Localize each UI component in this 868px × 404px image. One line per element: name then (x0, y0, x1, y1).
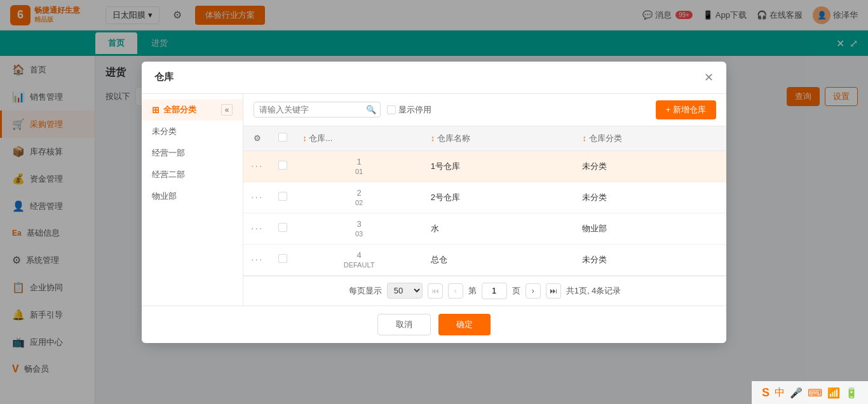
warehouse-dialog: 仓库 ✕ ⊞ 全部分类 « 未分类 经营一部 经营二部 (142, 62, 726, 343)
chinese-icon[interactable]: 中 (775, 386, 785, 400)
modal-overlay: 仓库 ✕ ⊞ 全部分类 « 未分类 经营一部 经营二部 (0, 0, 868, 404)
category-item-2[interactable]: 经营二部 (142, 164, 243, 185)
data-table: ⚙ ↕ 仓库... ↕ (243, 126, 726, 276)
more-icon-2: ··· (251, 223, 263, 234)
show-disabled-checkbox[interactable] (387, 105, 396, 114)
network-icon[interactable]: 📶 (827, 387, 840, 399)
table-body: ··· 101 1号仓库 未分类 ··· 202 2号仓库 未分类 ··· (243, 151, 726, 275)
category-panel: ⊞ 全部分类 « 未分类 经营一部 经营二部 物业部 (142, 94, 243, 306)
row-name-1: 2号仓库 (423, 182, 575, 213)
dialog-footer: 取消 确定 (142, 306, 726, 343)
table-panel: 🔍 显示停用 + 新增仓库 ⚙ (243, 94, 726, 306)
per-page-select[interactable]: 50 100 (387, 283, 423, 299)
all-categories-label: 全部分类 (163, 104, 196, 116)
row-name-2: 水 (423, 213, 575, 244)
row-category-0: 未分类 (574, 151, 726, 182)
show-disabled-wrap: 显示停用 (387, 104, 431, 116)
col-category: ↕ 仓库分类 (574, 126, 726, 151)
settings-col-icon: ⚙ (254, 133, 261, 143)
row-settings-2[interactable]: ··· (243, 213, 271, 244)
row-settings-1[interactable]: ··· (243, 182, 271, 213)
page-suffix: 页 (512, 285, 520, 297)
pagination-bar: 每页显示 50 100 ⏮ ‹ 第 页 › ⏭ 共1页, 4条记录 (243, 276, 726, 306)
col-settings: ⚙ (243, 126, 271, 151)
grid-icon: ⊞ (152, 105, 159, 115)
more-icon-0: ··· (251, 161, 263, 172)
col-name: ↕ 仓库名称 (423, 126, 575, 151)
more-icon-1: ··· (251, 192, 263, 203)
table-header: ⚙ ↕ 仓库... ↕ (243, 126, 726, 151)
row-checkbox-cell-1 (271, 182, 295, 213)
first-page-button[interactable]: ⏮ (428, 283, 443, 299)
row-category-3: 未分类 (574, 244, 726, 275)
category-item-0[interactable]: 未分类 (142, 121, 243, 142)
table-row[interactable]: ··· 202 2号仓库 未分类 (243, 182, 726, 213)
category-label-0: 未分类 (152, 126, 177, 136)
s-icon: S (762, 386, 770, 400)
sort-icon-name: ↕ (431, 133, 435, 143)
dialog-header: 仓库 ✕ (142, 62, 726, 94)
search-icon[interactable]: 🔍 (366, 105, 376, 114)
show-disabled-label: 显示停用 (398, 104, 431, 116)
row-checkbox-cell-0 (271, 151, 295, 182)
select-all-checkbox[interactable] (278, 133, 287, 142)
category-item-1[interactable]: 经营一部 (142, 142, 243, 164)
row-checkbox-2[interactable] (278, 223, 287, 232)
row-num-0: 101 (295, 151, 423, 182)
row-num-1: 202 (295, 182, 423, 213)
row-settings-0[interactable]: ··· (243, 151, 271, 182)
add-warehouse-button[interactable]: + 新增仓库 (656, 100, 716, 119)
statusbar: S 中 🎤 ⌨ 📶 🔋 (752, 381, 868, 404)
dialog-close-button[interactable]: ✕ (704, 71, 714, 84)
table-row[interactable]: ··· 101 1号仓库 未分类 (243, 151, 726, 182)
more-icon-3: ··· (251, 254, 263, 265)
category-label-3: 物业部 (152, 191, 177, 201)
row-num-3: 4DEFAULT (295, 244, 423, 275)
confirm-button[interactable]: 确定 (438, 314, 491, 335)
search-input[interactable] (259, 105, 366, 114)
dialog-title: 仓库 (154, 71, 173, 83)
row-name-0: 1号仓库 (423, 151, 575, 182)
table-toolbar: 🔍 显示停用 + 新增仓库 (243, 94, 726, 126)
prev-page-button[interactable]: ‹ (448, 283, 463, 299)
page-label: 第 (468, 285, 477, 297)
warehouse-table: ⚙ ↕ 仓库... ↕ (243, 126, 726, 276)
category-label-2: 经营二部 (152, 170, 185, 179)
col-code: ↕ 仓库... (295, 126, 423, 151)
sort-icon-cat: ↕ (582, 133, 587, 143)
row-name-3: 总仓 (423, 244, 575, 275)
keyboard-icon[interactable]: ⌨ (808, 387, 822, 399)
table-row[interactable]: ··· 4DEFAULT 总仓 未分类 (243, 244, 726, 275)
search-input-wrap[interactable]: 🔍 (254, 102, 381, 118)
row-settings-3[interactable]: ··· (243, 244, 271, 275)
row-checkbox-cell-2 (271, 213, 295, 244)
category-label-1: 经营一部 (152, 148, 185, 158)
row-checkbox-3[interactable] (278, 254, 287, 263)
table-row[interactable]: ··· 303 水 物业部 (243, 213, 726, 244)
row-checkbox-1[interactable] (278, 192, 287, 201)
sort-icon: ↕ (302, 133, 307, 143)
per-page-label: 每页显示 (349, 285, 382, 297)
row-category-2: 物业部 (574, 213, 726, 244)
page-number-input[interactable] (482, 283, 507, 299)
last-page-button[interactable]: ⏭ (546, 283, 561, 299)
row-checkbox-cell-3 (271, 244, 295, 275)
cancel-button[interactable]: 取消 (377, 314, 431, 335)
col-checkbox (271, 126, 295, 151)
all-categories-item[interactable]: ⊞ 全部分类 « (142, 99, 243, 121)
battery-icon[interactable]: 🔋 (845, 387, 858, 399)
mic-icon[interactable]: 🎤 (790, 387, 803, 399)
category-item-3[interactable]: 物业部 (142, 185, 243, 207)
collapse-button[interactable]: « (221, 104, 233, 116)
row-num-2: 303 (295, 213, 423, 244)
total-info: 共1页, 4条记录 (566, 285, 621, 297)
next-page-button[interactable]: › (526, 283, 541, 299)
dialog-body: ⊞ 全部分类 « 未分类 经营一部 经营二部 物业部 (142, 94, 726, 306)
row-checkbox-0[interactable] (278, 161, 287, 170)
row-category-1: 未分类 (574, 182, 726, 213)
